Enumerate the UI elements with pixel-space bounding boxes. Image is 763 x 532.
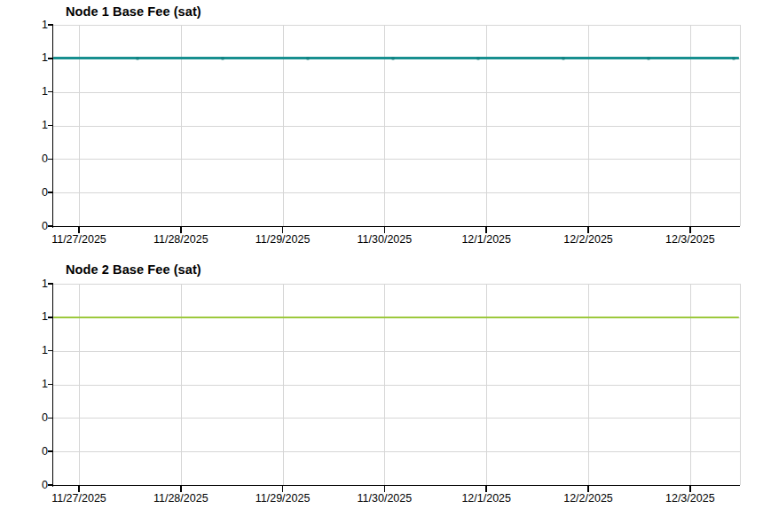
x-tick-mark: [180, 226, 182, 233]
h-gridline: [53, 25, 740, 26]
data-point-marker: [562, 57, 565, 60]
x-tick-label: 11/28/2025: [141, 492, 221, 505]
v-gridline: [283, 284, 284, 485]
y-tick-label: 1: [25, 119, 48, 132]
h-gridline: [53, 126, 740, 127]
v-gridline: [283, 25, 284, 226]
plot-right-border: [740, 25, 741, 226]
x-tick-label: 11/27/2025: [39, 233, 119, 246]
x-tick-mark: [282, 485, 284, 492]
data-point-marker: [391, 57, 395, 60]
x-tick-label: 11/28/2025: [141, 233, 221, 246]
x-tick-label: 12/3/2025: [650, 233, 730, 246]
h-gridline: [53, 451, 740, 452]
x-tick-label: 11/29/2025: [243, 492, 323, 505]
y-axis-line: [52, 25, 54, 228]
v-gridline: [486, 25, 487, 226]
y-tick-label: 1: [25, 378, 48, 391]
v-gridline: [486, 284, 487, 485]
h-gridline: [53, 192, 740, 193]
h-gridline: [53, 385, 740, 386]
x-tick-mark: [689, 226, 691, 233]
v-gridline: [79, 25, 80, 226]
x-tick-mark: [485, 485, 487, 492]
v-gridline: [384, 284, 385, 485]
x-tick-mark: [384, 226, 386, 233]
y-tick-label: 1: [25, 51, 48, 65]
v-gridline: [79, 284, 80, 485]
x-axis-line: [52, 226, 741, 228]
y-tick-label: 0: [25, 186, 48, 200]
data-point-marker: [732, 57, 735, 60]
x-tick-label: 11/27/2025: [39, 492, 119, 505]
series-line: [53, 317, 739, 319]
x-tick-label: 12/1/2025: [446, 233, 526, 246]
y-tick-label: 1: [25, 344, 48, 357]
v-gridline: [588, 25, 589, 226]
v-gridline: [181, 25, 182, 226]
x-tick-mark: [282, 226, 284, 233]
data-point-marker: [221, 57, 224, 60]
data-point-marker: [476, 57, 480, 60]
data-point-marker: [647, 57, 650, 60]
plot-right-border: [740, 284, 741, 485]
chart-title-node1: Node 1 Base Fee (sat): [66, 4, 201, 19]
x-tick-mark: [78, 226, 80, 233]
v-gridline: [384, 25, 385, 226]
chart-title-node2: Node 2 Base Fee (sat): [66, 262, 201, 277]
x-tick-mark: [485, 226, 487, 233]
y-tick-label: 0: [25, 445, 48, 458]
x-tick-label: 12/2/2025: [548, 492, 628, 505]
x-tick-mark: [689, 485, 691, 492]
x-axis-line: [52, 485, 741, 487]
y-tick-label: 1: [25, 278, 48, 291]
v-gridline: [690, 25, 691, 226]
h-gridline: [53, 418, 740, 419]
x-tick-mark: [384, 485, 386, 492]
y-axis-line: [52, 284, 54, 487]
h-gridline: [53, 284, 740, 285]
h-gridline: [53, 92, 740, 93]
y-tick-label: 0: [25, 411, 48, 425]
h-gridline: [53, 159, 740, 160]
x-tick-label: 11/29/2025: [243, 233, 323, 246]
charts-canvas: Node 1 Base Fee (sat) Node 2 Base Fee (s…: [0, 0, 763, 532]
x-tick-mark: [180, 485, 182, 492]
x-tick-label: 12/2/2025: [548, 233, 628, 246]
y-tick-label: 1: [25, 85, 48, 98]
data-point-marker: [306, 57, 310, 60]
y-tick-label: 1: [25, 310, 48, 324]
v-gridline: [181, 284, 182, 485]
x-tick-mark: [587, 226, 589, 233]
v-gridline: [588, 284, 589, 485]
x-tick-label: 12/3/2025: [650, 492, 730, 505]
x-tick-label: 11/30/2025: [344, 492, 424, 505]
v-gridline: [690, 284, 691, 485]
x-tick-mark: [587, 485, 589, 492]
y-tick-label: 1: [25, 19, 48, 32]
h-gridline: [53, 351, 740, 352]
y-tick-label: 0: [25, 220, 48, 233]
y-tick-label: 0: [25, 153, 48, 166]
x-tick-label: 11/30/2025: [344, 233, 424, 246]
x-tick-label: 12/1/2025: [446, 492, 526, 505]
series-line: [53, 57, 739, 59]
x-tick-mark: [78, 485, 80, 492]
data-point-marker: [136, 57, 139, 60]
y-tick-label: 0: [25, 479, 48, 492]
